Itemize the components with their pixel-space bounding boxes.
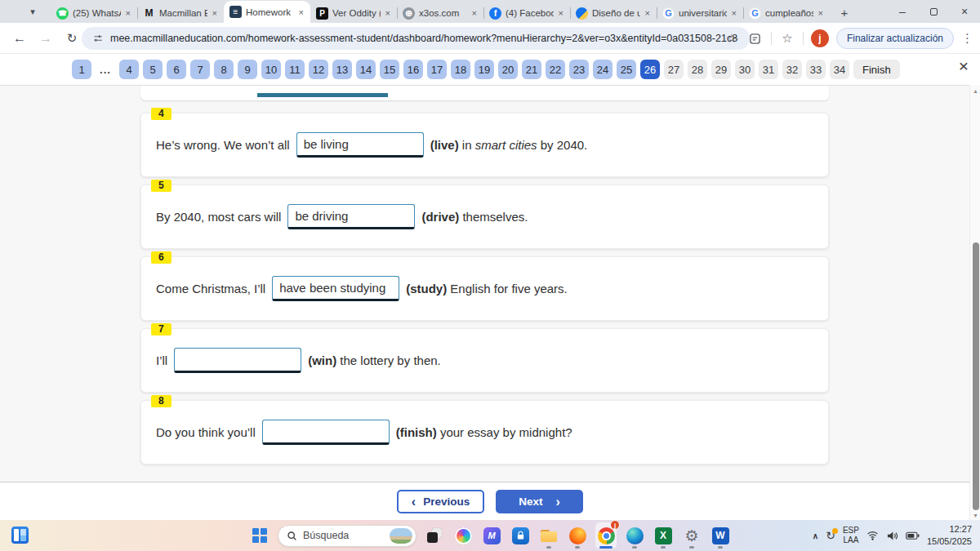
question-page-button[interactable]: 21 xyxy=(522,60,541,79)
question-page-button[interactable]: 17 xyxy=(427,60,447,79)
task-view-button[interactable] xyxy=(424,522,445,549)
copilot-button[interactable] xyxy=(452,522,474,549)
microsoft365-button[interactable]: M xyxy=(481,522,502,549)
widgets-icon[interactable] xyxy=(11,527,29,544)
close-exercise-icon[interactable]: × xyxy=(959,57,969,74)
previous-button[interactable]: ‹ Previous xyxy=(397,490,484,513)
tab-close-icon[interactable]: × xyxy=(298,7,305,17)
site-settings-icon[interactable] xyxy=(93,33,103,44)
question-page-button[interactable]: 20 xyxy=(498,60,518,79)
finish-update-button[interactable]: Finalizar actualización xyxy=(836,28,954,49)
extension-panel-icon[interactable] xyxy=(747,30,764,47)
firefox-button[interactable] xyxy=(567,522,588,549)
question-page-button[interactable]: 23 xyxy=(569,60,589,79)
question-page-button[interactable]: 5 xyxy=(143,60,163,79)
answer-input[interactable] xyxy=(262,420,390,445)
close-window-button[interactable]: × xyxy=(949,0,980,23)
question-page-button[interactable]: 28 xyxy=(688,60,707,79)
answer-input[interactable] xyxy=(272,276,399,301)
question-page-button[interactable]: 24 xyxy=(593,60,612,79)
browser-tab[interactable]: G cumpleaños × xyxy=(743,3,830,23)
scrollbar-thumb[interactable] xyxy=(973,242,979,510)
volume-icon[interactable] xyxy=(886,531,898,541)
question-page-button[interactable]: 1 xyxy=(72,60,91,79)
question-page-button[interactable]: 33 xyxy=(806,60,826,79)
extension-star-icon[interactable]: ☆ xyxy=(779,30,795,47)
browser-tab[interactable]: M Macmillan Ed × xyxy=(137,3,224,23)
minimize-button[interactable]: – xyxy=(887,0,918,23)
question-page-button[interactable]: Finish xyxy=(853,60,900,79)
answer-input[interactable] xyxy=(296,132,424,158)
tab-close-icon[interactable]: × xyxy=(644,8,651,18)
question-page-button[interactable]: 14 xyxy=(356,60,376,79)
question-page-button[interactable]: 6 xyxy=(167,60,186,79)
microsoft-store-button[interactable] xyxy=(510,522,531,549)
browser-tab[interactable]: f (4) Facebook × xyxy=(483,3,570,23)
clock[interactable]: 12:27 15/05/2025 xyxy=(927,523,972,548)
excel-button[interactable]: X xyxy=(653,522,674,549)
question-page-button[interactable]: 18 xyxy=(451,60,470,79)
new-tab-button[interactable]: + xyxy=(836,4,853,20)
question-page-button[interactable]: 29 xyxy=(711,60,731,79)
word-button[interactable]: W xyxy=(710,522,731,549)
file-explorer-button[interactable] xyxy=(538,522,559,549)
tab-close-icon[interactable]: × xyxy=(385,8,391,18)
next-button[interactable]: Next › xyxy=(496,490,583,513)
tab-close-icon[interactable]: × xyxy=(471,8,478,18)
tab-close-icon[interactable]: × xyxy=(731,8,737,18)
question-page-button[interactable]: 9 xyxy=(238,60,257,79)
question-page-button[interactable]: 22 xyxy=(546,60,565,79)
wifi-icon[interactable] xyxy=(866,531,879,540)
question-page-button[interactable]: 4 xyxy=(119,60,139,79)
question-page-button[interactable]: 27 xyxy=(664,60,684,79)
browser-tab[interactable]: G universitario × xyxy=(657,3,743,23)
taskbar-search[interactable]: Búsqueda xyxy=(278,525,416,547)
forward-button[interactable]: → xyxy=(36,29,56,48)
question-page-button[interactable]: 32 xyxy=(782,60,802,79)
question-page-button[interactable]: 12 xyxy=(309,60,328,79)
browser-tab[interactable]: ☎ (25) WhatsAp × xyxy=(51,3,137,23)
chrome-button[interactable]: j xyxy=(595,522,617,549)
start-button[interactable] xyxy=(249,522,270,549)
sync-status-icon[interactable]: ↻ xyxy=(826,529,835,542)
edge-button[interactable] xyxy=(624,522,645,549)
question-page-button[interactable]: 34 xyxy=(830,60,849,79)
language-indicator[interactable]: ESP LAA xyxy=(843,526,859,546)
tray-overflow-icon[interactable]: ∧ xyxy=(813,531,818,540)
question-page-button[interactable]: 13 xyxy=(332,60,352,79)
reload-button[interactable]: ↻ xyxy=(62,29,82,48)
search-highlight-image[interactable] xyxy=(390,528,412,544)
url-text[interactable]: mee.macmillaneducation.com/homework-asse… xyxy=(110,33,738,44)
question-page-button[interactable]: 30 xyxy=(735,60,755,79)
browser-tab[interactable]: ≡ Homework × xyxy=(224,1,310,23)
address-bar[interactable]: mee.macmillaneducation.com/homework-asse… xyxy=(82,27,750,50)
answer-input[interactable] xyxy=(174,348,301,373)
browser-tab[interactable]: P Ver Oddity (2 × xyxy=(310,3,397,23)
question-page-button[interactable]: 26 xyxy=(640,60,660,79)
settings-button[interactable]: ⚙ xyxy=(681,522,702,549)
question-page-button[interactable]: 10 xyxy=(261,60,281,79)
maximize-button[interactable] xyxy=(918,0,949,23)
answer-input[interactable] xyxy=(287,204,415,229)
bookmark-star-icon[interactable]: ☆ xyxy=(724,30,740,47)
question-page-button[interactable]: 8 xyxy=(214,60,234,79)
tab-close-icon[interactable]: × xyxy=(125,8,131,18)
tab-close-icon[interactable]: × xyxy=(212,8,218,18)
question-page-button[interactable]: 31 xyxy=(759,60,778,79)
profile-avatar[interactable]: j xyxy=(811,29,829,47)
tab-close-icon[interactable]: × xyxy=(817,8,824,18)
question-page-button[interactable]: 7 xyxy=(190,60,210,79)
page-scrollbar[interactable]: ▲ ▼ xyxy=(969,85,980,520)
question-page-button[interactable]: 25 xyxy=(617,60,636,79)
question-page-button[interactable]: 15 xyxy=(380,60,399,79)
browser-tab[interactable]: ⊕ x3os.com × xyxy=(397,3,483,23)
battery-icon[interactable] xyxy=(906,531,920,540)
question-page-button[interactable]: 16 xyxy=(403,60,423,79)
browser-tab[interactable]: Diseño de un × xyxy=(570,3,657,23)
question-page-button[interactable]: 11 xyxy=(285,60,305,79)
tab-search-icon[interactable]: ▾ xyxy=(24,3,41,20)
tab-close-icon[interactable]: × xyxy=(558,8,564,18)
question-page-button[interactable]: 19 xyxy=(474,60,494,79)
scroll-down-icon[interactable]: ▼ xyxy=(970,513,980,518)
back-button[interactable]: ← xyxy=(10,29,29,48)
